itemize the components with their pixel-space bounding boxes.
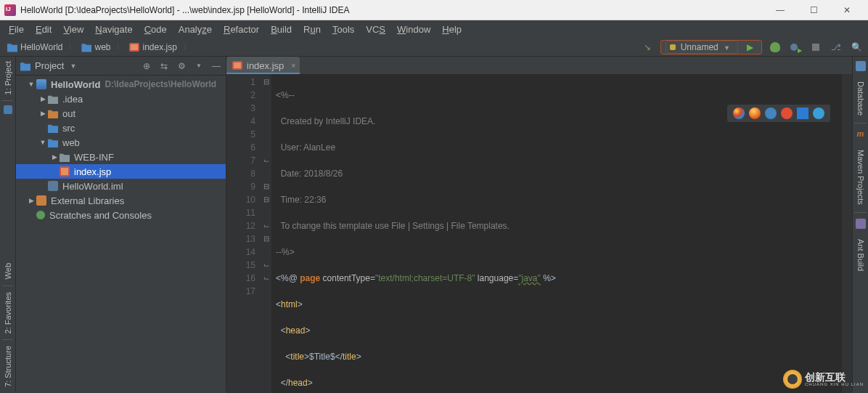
- chevron-down-icon[interactable]: ▼: [194, 61, 204, 71]
- chevron-down-icon: ▼: [724, 44, 730, 52]
- tree-row[interactable]: ▼web: [16, 135, 226, 150]
- tree-arrow-icon[interactable]: ▶: [51, 153, 58, 161]
- scratch-icon: [36, 211, 45, 219]
- menu-code[interactable]: Code: [139, 20, 173, 38]
- menu-file[interactable]: File: [3, 20, 30, 38]
- fold-gutter[interactable]: ⊟⌙ ⊟⊟⌙⊟⌙⌙: [261, 74, 271, 393]
- close-icon[interactable]: ×: [291, 61, 295, 70]
- breadcrumbs: HelloWorld 〉 web 〉 index.jsp 〉: [4, 42, 192, 52]
- tree-row[interactable]: index.jsp: [16, 164, 226, 179]
- line-number: 2: [226, 89, 255, 102]
- line-number: 16: [226, 272, 255, 285]
- gutter-tab-ant[interactable]: Ant Build: [856, 233, 865, 277]
- tree-row[interactable]: ▶.idea: [16, 92, 226, 106]
- firefox-icon[interactable]: [749, 108, 761, 119]
- maven-icon[interactable]: m: [856, 129, 866, 139]
- gutter-tab-project[interactable]: 1: Project: [4, 57, 12, 99]
- project-tree[interactable]: ▼HelloWorldD:\IdeaProjects\HelloWorld▶.i…: [16, 76, 226, 224]
- minimize-button[interactable]: —: [763, 0, 797, 20]
- tree-arrow-icon[interactable]: ▶: [39, 95, 46, 102]
- chrome-icon[interactable]: [733, 108, 745, 119]
- line-number: 1: [226, 76, 255, 89]
- coverage-icon: [790, 42, 801, 52]
- breadcrumb-item[interactable]: index.jsp: [126, 42, 179, 52]
- tree-label: src: [62, 123, 75, 134]
- title-bar: HelloWorld [D:\IdeaProjects\HelloWorld] …: [0, 0, 868, 20]
- run-config-selector[interactable]: Unnamed ▼: [666, 41, 738, 54]
- gutter-tab-web[interactable]: Web: [4, 259, 12, 283]
- build-icon[interactable]: ↘: [640, 40, 655, 54]
- stop-icon: [812, 44, 819, 51]
- tree-label: WEB-INF: [74, 152, 114, 163]
- editor-tab[interactable]: index.jsp ×: [226, 57, 300, 74]
- editor-body: 1234567891011121314151617 ⊟⌙ ⊟⊟⌙⊟⌙⌙ <%--…: [226, 74, 852, 393]
- tree-arrow-icon[interactable]: ▶: [39, 110, 46, 117]
- line-number: 13: [226, 232, 255, 246]
- menu-vcs[interactable]: VCS: [360, 20, 391, 38]
- search-button[interactable]: 🔍: [849, 40, 864, 54]
- watermark-logo: [783, 370, 802, 389]
- tree-arrow-icon[interactable]: ▼: [28, 81, 35, 88]
- debug-button[interactable]: [768, 40, 782, 54]
- gutter-tab-structure[interactable]: 7: Structure: [4, 341, 12, 392]
- tree-row[interactable]: ▶WEB-INF: [16, 150, 226, 164]
- line-number: 4: [226, 115, 255, 128]
- menu-edit[interactable]: Edit: [30, 20, 57, 38]
- menu-navigate[interactable]: Navigate: [89, 20, 138, 38]
- tree-row[interactable]: ▶External Libraries: [16, 193, 226, 208]
- file-icon[interactable]: [4, 105, 12, 114]
- tree-label: HelloWorld: [51, 79, 100, 90]
- menu-analyze[interactable]: Analyze: [173, 20, 218, 38]
- line-number: 12: [226, 219, 255, 232]
- hide-panel-icon[interactable]: —: [211, 61, 221, 71]
- app-icon: [4, 4, 16, 16]
- breadcrumb-item[interactable]: web: [78, 42, 113, 52]
- folder-blue-icon: [48, 137, 58, 147]
- project-panel-title[interactable]: Project: [35, 60, 64, 71]
- ie-icon[interactable]: [797, 108, 808, 119]
- tree-label: web: [62, 137, 80, 148]
- stop-button[interactable]: [808, 40, 823, 54]
- menu-tools[interactable]: Tools: [327, 20, 360, 38]
- chevron-down-icon[interactable]: ▼: [70, 62, 76, 70]
- tree-row[interactable]: Scratches and Consoles: [16, 208, 226, 222]
- tree-row[interactable]: src: [16, 121, 226, 135]
- gutter-tab-database[interactable]: Database: [856, 76, 865, 121]
- vcs-button[interactable]: ⎇: [829, 40, 843, 54]
- tree-row[interactable]: ▶out: [16, 106, 226, 121]
- menu-build[interactable]: Build: [265, 20, 298, 38]
- scroll-from-source-icon[interactable]: ⊕: [142, 61, 152, 71]
- safari-icon[interactable]: [765, 108, 777, 119]
- maximize-button[interactable]: ☐: [797, 0, 830, 20]
- tree-arrow-icon[interactable]: ▶: [28, 197, 35, 204]
- line-number: 5: [226, 128, 255, 141]
- run-button[interactable]: ▶: [742, 40, 757, 54]
- tree-row[interactable]: ▼HelloWorldD:\IdeaProjects\HelloWorld: [16, 77, 226, 92]
- close-button[interactable]: ✕: [830, 0, 864, 20]
- editor-area: index.jsp × 1234567891011121314151617 ⊟⌙…: [226, 57, 852, 392]
- edge-icon[interactable]: [813, 108, 824, 119]
- breadcrumb-item[interactable]: HelloWorld: [4, 42, 65, 52]
- watermark-sub: CHUANG XIN HU LIAN: [805, 382, 864, 386]
- database-icon[interactable]: [856, 61, 866, 71]
- opera-icon[interactable]: [781, 108, 793, 119]
- ant-icon[interactable]: [856, 219, 866, 229]
- menu-refactor[interactable]: Refactor: [218, 20, 265, 38]
- gutter-tab-maven[interactable]: Maven Projects: [856, 144, 865, 211]
- editor-scrollbar[interactable]: [842, 74, 852, 393]
- menu-view[interactable]: View: [57, 20, 89, 38]
- browser-icons-bar: [727, 105, 830, 122]
- line-number: 8: [226, 167, 255, 180]
- menu-help[interactable]: Help: [436, 20, 467, 38]
- coverage-button[interactable]: [788, 40, 803, 54]
- tree-label: External Libraries: [51, 195, 124, 206]
- settings-icon[interactable]: ⚙: [176, 61, 187, 71]
- project-panel-header: Project ▼ ⊕ ⇆ ⚙ ▼ —: [16, 57, 226, 76]
- tree-row[interactable]: HelloWorld.iml: [16, 179, 226, 193]
- menu-window[interactable]: Window: [391, 20, 436, 38]
- gutter-tab-favorites[interactable]: 2: Favorites: [4, 288, 12, 338]
- menu-run[interactable]: Run: [298, 20, 327, 38]
- tree-arrow-icon[interactable]: ▼: [39, 139, 46, 146]
- collapse-all-icon[interactable]: ⇆: [159, 61, 169, 71]
- tree-label: HelloWorld.iml: [62, 181, 123, 192]
